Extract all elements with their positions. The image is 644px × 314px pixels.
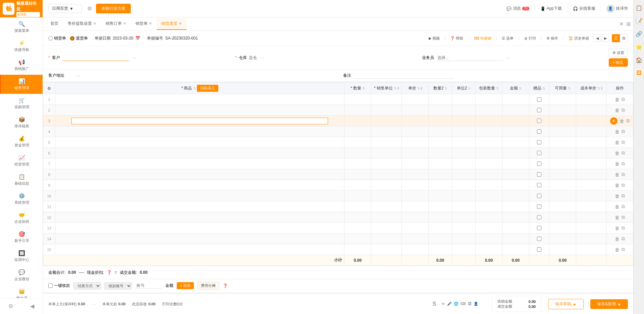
product-cell-5[interactable] <box>55 137 344 148</box>
qty2-sort-icon[interactable]: ⇅ <box>444 86 447 90</box>
amount-cell-11[interactable] <box>502 201 529 212</box>
tab-home[interactable]: 首页 <box>46 18 63 30</box>
scan-btn[interactable]: 扫码录入 <box>197 85 218 92</box>
salesman-more-icon[interactable]: ··· <box>506 55 511 60</box>
sidebar-item-guide[interactable]: 🎯新手引导 <box>0 228 43 247</box>
expand-icon[interactable]: ⊞ <box>626 21 631 27</box>
unit-cell-4[interactable] <box>371 126 401 137</box>
sidebar-item-system[interactable]: ⚙️系统管理 <box>0 189 43 208</box>
avail-cell-8[interactable] <box>549 169 576 180</box>
copy-row-btn-15[interactable]: ⧉ <box>622 247 625 252</box>
shortcut-btn[interactable]: ⌨ 快捷键 <box>472 35 493 42</box>
unit-cell-10[interactable] <box>371 191 401 201</box>
avail-cell-2[interactable] <box>549 105 576 116</box>
price-cell-6[interactable] <box>402 148 429 159</box>
tab-sales-order[interactable]: 销售订单✕ <box>101 18 131 30</box>
tool5[interactable]: 🖼 <box>468 302 472 307</box>
table-view-btn[interactable]: ☰ <box>612 34 620 42</box>
gift-check-5[interactable] <box>537 140 541 144</box>
price-cell-4[interactable] <box>402 126 429 137</box>
settlement-select[interactable]: 结算方式 <box>73 282 101 290</box>
qty2-cell-1[interactable] <box>429 94 452 105</box>
ops-btn[interactable]: ⚙ 操作 <box>544 35 560 42</box>
delete-row-btn-3[interactable]: 🗑 <box>620 118 624 124</box>
cost-cell-5[interactable] <box>576 137 606 148</box>
salesman-input[interactable] <box>436 55 503 61</box>
product-cell-15[interactable] <box>55 244 344 255</box>
cost-cell-6[interactable] <box>576 148 606 159</box>
price-cell-2[interactable] <box>402 105 429 116</box>
sidebar-item-enterprise[interactable]: 🤝企业协同 <box>0 208 43 228</box>
tool4[interactable]: ⌨ <box>461 302 466 307</box>
price-cell-11[interactable] <box>402 201 429 212</box>
cost-cell-15[interactable] <box>576 244 606 255</box>
copy-row-btn-4[interactable]: ⧉ <box>622 129 625 134</box>
sidebar-item-apps[interactable]: 🔲应用中心 <box>0 247 43 266</box>
qty-cell-12[interactable] <box>344 212 371 223</box>
sale-type-radio[interactable]: 销货单 <box>48 36 66 41</box>
product-cell-7[interactable] <box>55 159 344 169</box>
topbar-gear-icon[interactable]: ⚙ <box>87 5 92 12</box>
gift-check-15[interactable] <box>537 247 541 252</box>
product-cell-12[interactable] <box>55 212 344 223</box>
address-more-icon[interactable]: ··· <box>76 73 80 78</box>
cost-cell-1[interactable] <box>576 94 606 105</box>
unit2-cell-3[interactable] <box>452 116 476 126</box>
gift-cell-15[interactable] <box>529 244 549 255</box>
avail-cell-14[interactable] <box>549 234 576 244</box>
unit2-cell-2[interactable] <box>452 105 476 116</box>
unit-cell-1[interactable] <box>371 94 401 105</box>
qty2-cell-3[interactable] <box>429 116 452 126</box>
print-btn[interactable]: 🖨 打印 <box>522 35 538 42</box>
unit-cell-2[interactable] <box>371 105 401 116</box>
cost-info-icon[interactable]: ℹ <box>601 86 602 90</box>
unit-cell-5[interactable] <box>371 137 401 148</box>
price-cell-1[interactable] <box>402 94 429 105</box>
right-icon-4[interactable]: ⭐ <box>634 43 644 52</box>
user-btn[interactable]: 👤 徐泽华 <box>606 5 628 13</box>
qty2-cell-10[interactable] <box>429 191 452 201</box>
delete-row-btn-14[interactable]: 🗑 <box>615 236 620 242</box>
qty-cell-3[interactable] <box>344 116 371 126</box>
gift-check-2[interactable] <box>537 108 541 112</box>
cost-cell-10[interactable] <box>576 191 606 201</box>
qty2-cell-6[interactable] <box>429 148 452 159</box>
settings-icon[interactable]: ⚙ <box>7 302 14 311</box>
qty-cell-2[interactable] <box>344 105 371 116</box>
unit2-cell-1[interactable] <box>452 94 476 105</box>
sidebar-item-sales[interactable]: 📊销售管理 <box>0 75 43 94</box>
price-cell-14[interactable] <box>402 234 429 244</box>
qty2-cell-15[interactable] <box>429 244 452 255</box>
unit-cell-14[interactable] <box>371 234 401 244</box>
price-cell-10[interactable] <box>402 191 429 201</box>
tool1[interactable]: 中 <box>441 302 445 307</box>
amount-cell-12[interactable] <box>502 212 529 223</box>
unit-info-icon[interactable]: ℹ <box>397 86 399 90</box>
add-payment-btn[interactable]: + 添加 <box>177 282 194 289</box>
gift-check-1[interactable] <box>537 97 541 102</box>
next-record-btn[interactable]: ▶ <box>602 35 609 42</box>
unit2-cell-5[interactable] <box>452 137 476 148</box>
unit-sort-icon[interactable]: ⇅ <box>394 86 396 90</box>
copy-row-btn-7[interactable]: ⧉ <box>622 161 625 167</box>
sidebar-item-inventory[interactable]: 📦库存核算 <box>0 113 43 132</box>
product-cell-11[interactable] <box>55 201 344 212</box>
qty-cell-13[interactable] <box>344 223 371 234</box>
sidebar-item-purchase[interactable]: 🛒采购管理 <box>0 94 43 113</box>
unit-cell-3[interactable] <box>371 116 401 126</box>
copy-row-btn-3[interactable]: ⧉ <box>626 118 630 124</box>
amount-cell-3[interactable] <box>502 116 529 126</box>
prev-record-btn[interactable]: ◀ <box>594 35 601 42</box>
copy-row-btn-14[interactable]: ⧉ <box>622 236 625 242</box>
amount-cell-5[interactable] <box>502 137 529 148</box>
product-cell-13[interactable] <box>55 223 344 234</box>
gift-cell-6[interactable] <box>529 148 549 159</box>
qty2-cell-2[interactable] <box>429 105 452 116</box>
fee-split-btn[interactable]: 费用分摊 <box>197 282 219 290</box>
amount-cell-2[interactable] <box>502 105 529 116</box>
right-icon-3[interactable]: 🔗 <box>634 29 644 39</box>
cost-cell-7[interactable] <box>576 159 606 169</box>
video-btn[interactable]: ▶ 视频 <box>427 35 442 42</box>
pkg-cell-3[interactable] <box>476 116 502 126</box>
qty-cell-8[interactable] <box>344 169 371 180</box>
